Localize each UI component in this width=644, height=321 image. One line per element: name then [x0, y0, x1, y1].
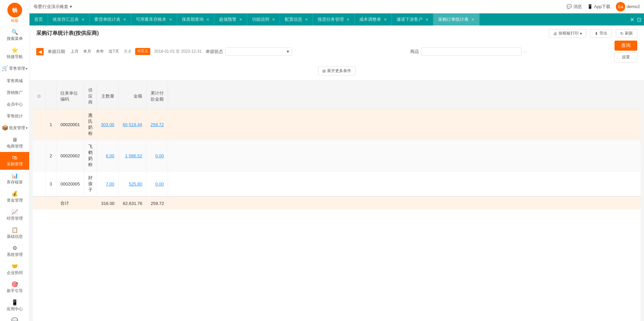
custom-date-badge[interactable]: 自定义 [135, 48, 150, 55]
tab-item-7[interactable]: 配置信息✕ [280, 13, 313, 25]
tab-item-4[interactable]: 保质期查询✕ [177, 13, 214, 25]
tab-close-1[interactable]: ✕ [82, 17, 85, 22]
row-amount-0[interactable]: 60,519.44 [118, 109, 146, 140]
arrow-icon-7: ▾ [26, 126, 28, 130]
sidebar-item-6[interactable]: 零售统计 [0, 110, 29, 122]
data-table: ⚙ 往来单位编码 供应商 主数量 金额 累计付款金额 1 00020001 惠氏… [33, 84, 641, 210]
sidebar-item-16[interactable]: 🎯 新手引导 [0, 278, 29, 297]
shortcut-last-month[interactable]: 上月 [69, 48, 80, 55]
tab-close-8[interactable]: ✕ [346, 17, 350, 22]
refresh-btn[interactable]: ↻ 刷新 [616, 29, 637, 38]
row-amount-2[interactable]: 525.80 [118, 171, 146, 197]
row-paid-amount-0[interactable]: 259.72 [146, 109, 168, 140]
row-supplier-name-1: 飞鹤奶粉 [84, 140, 97, 171]
tab-close-5[interactable]: ✕ [239, 17, 242, 22]
product-more-icon[interactable]: ··· [524, 49, 527, 54]
sidebar-label-4: 营销推广 [7, 90, 23, 96]
sidebar-item-2[interactable]: 🛒 零售管理 ▾ [0, 62, 29, 75]
tab-close-11[interactable]: ✕ [471, 17, 474, 22]
row-quantity-0[interactable]: 303.00 [97, 109, 119, 140]
tab-close-2[interactable]: ✕ [123, 17, 126, 22]
sidebar-item-1[interactable]: ⭐ 快捷导航 [0, 44, 29, 62]
print-btn[interactable]: 🖨 按模板打印 ▾ [549, 29, 586, 38]
status-select[interactable]: ▾ [225, 47, 292, 56]
shortcut-7days[interactable]: 近7天 [107, 48, 120, 55]
tab-item-3[interactable]: 可用量库存账本✕ [131, 13, 177, 25]
tab-item-8[interactable]: 拣货任务管理✕ [313, 13, 355, 25]
sidebar-item-10[interactable]: 📊 库存核算 [0, 170, 29, 188]
row-paid-amount-1[interactable]: 0.00 [146, 140, 168, 171]
table-area: ⚙ 往来单位编码 供应商 主数量 金额 累计付款金额 1 00020001 惠氏… [33, 84, 641, 321]
sidebar-item-9[interactable]: 🛍 采购管理 [0, 152, 29, 170]
tab-item-9[interactable]: 成本调整单✕ [355, 13, 392, 25]
tab-close-10[interactable]: ✕ [425, 17, 428, 22]
filter-toggle-btn[interactable]: ◀ [36, 48, 44, 55]
table-row[interactable]: 1 00020001 惠氏奶粉 303.00 60,519.44 259.72 [33, 109, 641, 140]
tab-close-9[interactable]: ✕ [384, 17, 387, 22]
sidebar-item-11[interactable]: 💰 资金管理 [0, 188, 29, 206]
app-download-btn[interactable]: 📱 App下载 [587, 4, 610, 10]
sidebar-label-7: 批发管理 [9, 125, 25, 131]
sidebar-item-0[interactable]: 🔍 搜索菜单 [0, 26, 29, 44]
shortcut-this-month[interactable]: 本月 [82, 48, 93, 55]
sidebar-label-17: 应用中心 [7, 306, 23, 312]
more-conditions-btn[interactable]: ⊞ 展开更多条件 [318, 66, 356, 75]
user-profile-btn[interactable]: Ea demo2 [616, 2, 640, 11]
shortcut-this-year[interactable]: 本年 [95, 48, 105, 55]
message-btn[interactable]: 💬 消息 [567, 4, 582, 10]
sidebar-item-4[interactable]: 营销推广 [0, 87, 29, 98]
sidebar-item-18[interactable]: 💬 企业微信 [0, 315, 29, 321]
table-row[interactable]: 2 00020002 飞鹤奶粉 6.00 1,586.52 0.00 [33, 140, 641, 171]
sidebar-item-15[interactable]: 🤝 企业协同 [0, 260, 29, 278]
row-extra-1 [168, 140, 641, 171]
table-settings-icon[interactable]: ⚙ [37, 94, 41, 99]
maximize-btn[interactable]: ⊡ [637, 16, 641, 23]
top-bar-actions: 💬 消息 📱 App下载 Ea demo2 [567, 2, 640, 11]
sidebar-item-13[interactable]: 📋 基础信息 [0, 224, 29, 242]
row-quantity-2[interactable]: 7.00 [97, 171, 119, 197]
sidebar-icon-2: 🛒 [2, 65, 8, 71]
tab-close-3[interactable]: ✕ [169, 17, 172, 22]
account-selector[interactable]: 母婴行业演示账套 ▾ [34, 4, 72, 10]
sidebar-item-14[interactable]: ⚙ 系统管理 [0, 242, 29, 260]
footer-index-cell [46, 197, 56, 210]
export-btn[interactable]: ⬇ 导出 [590, 29, 612, 38]
close-tab-btn[interactable]: ✕ [630, 16, 634, 23]
tab-item-5[interactable]: 超储预警✕ [214, 13, 247, 25]
app-download-label: App下载 [594, 4, 610, 10]
tab-item-1[interactable]: 收发存汇总表✕ [48, 13, 90, 25]
avatar: Ea [616, 2, 625, 11]
tab-item-11[interactable]: 采购订单统计表✕ [433, 13, 479, 25]
sidebar-item-5[interactable]: 会员中心 [0, 98, 29, 110]
tab-item-2[interactable]: 要货单统计表✕ [90, 13, 131, 25]
row-amount-1[interactable]: 1,586.52 [118, 140, 146, 171]
sidebar-item-7[interactable]: 📦 批发管理 ▾ [0, 122, 29, 134]
tab-item-10[interactable]: 邀请下游客户✕ [392, 13, 433, 25]
settings-btn[interactable]: 设置 [614, 52, 637, 62]
sidebar-item-8[interactable]: 🖥 电商管理 [0, 134, 29, 152]
row-quantity-1[interactable]: 6.00 [97, 140, 119, 171]
product-input[interactable] [421, 47, 522, 56]
sidebar-item-17[interactable]: 📱 应用中心 [0, 297, 29, 315]
search-btn[interactable]: 查询 [614, 41, 637, 51]
table-row[interactable]: 3 00020005 好孩子 7.00 525.80 0.00 [33, 171, 641, 197]
row-supplier-name-0: 惠氏奶粉 [84, 109, 97, 140]
tab-close-6[interactable]: ✕ [272, 17, 275, 22]
tab-item-0[interactable]: 首页 [30, 13, 48, 25]
tab-item-6[interactable]: 功能说明✕ [247, 13, 280, 25]
sidebar-icon-12: 📈 [11, 209, 18, 215]
col-paid-amount: 累计付款金额 [146, 84, 168, 109]
row-paid-amount-2[interactable]: 0.00 [146, 171, 168, 197]
tab-label-7: 配置信息 [285, 16, 302, 22]
logo-text: 标版 [11, 18, 18, 23]
tab-close-4[interactable]: ✕ [206, 17, 209, 22]
shortcut-more[interactable]: 更多 [122, 48, 133, 55]
row-index-0: 1 [46, 109, 56, 140]
sidebar-item-3[interactable]: 零售商城 [0, 75, 29, 87]
tab-label-1: 收发存汇总表 [53, 16, 79, 22]
footer-quantity: 316.00 [97, 197, 119, 210]
sidebar-item-12[interactable]: 📈 经营管理 [0, 206, 29, 224]
sidebar: 畅 标版 🔍 搜索菜单 ⭐ 快捷导航 🛒 零售管理 ▾ 零售商城 营销推广 会员… [0, 0, 30, 321]
tab-bar-end: ✕ ⊡ [627, 13, 644, 25]
tab-close-7[interactable]: ✕ [305, 17, 308, 22]
